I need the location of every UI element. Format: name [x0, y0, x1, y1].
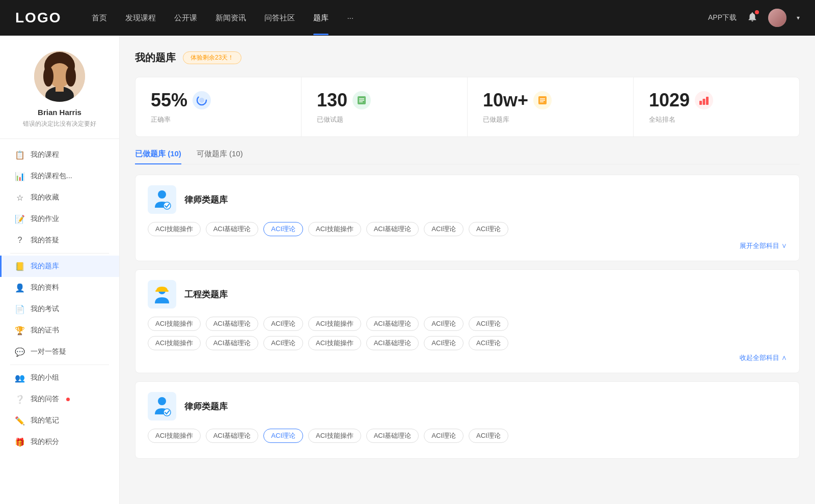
sidebar-item-questions[interactable]: ? 我的答疑 [0, 230, 119, 251]
lawyer1-tag-1[interactable]: ACI基础理论 [206, 222, 259, 236]
svg-point-20 [158, 190, 166, 199]
nav-discover[interactable]: 发现课程 [125, 13, 156, 23]
stat-rank: 1029 全站排名 [634, 77, 799, 136]
nav-home[interactable]: 首页 [92, 13, 107, 23]
sidebar-item-one-on-one-label: 一对一答疑 [31, 347, 66, 356]
sidebar-item-certificate[interactable]: 🏆 我的证书 [0, 320, 119, 341]
main-content: 我的题库 体验剩余23天！ 55% 正确率 13 [120, 36, 815, 504]
sidebar-item-groups[interactable]: 👥 我的小组 [0, 367, 119, 388]
navbar: LOGO 首页 发现课程 公开课 新闻资讯 问答社区 题库 ··· APP下载 … [0, 0, 815, 36]
profile-icon: 👤 [15, 283, 24, 292]
lawyer1-expand-link[interactable]: 展开全部科目 ∨ [148, 241, 787, 250]
quiz-card-lawyer1-title: 律师类题库 [184, 194, 228, 206]
sidebar-separator-1 [10, 253, 109, 254]
lawyer2-tag-3[interactable]: ACI技能操作 [308, 429, 361, 443]
engineer1-tag-r1-4[interactable]: ACI基础理论 [366, 317, 419, 331]
sidebar-item-quiz-bank-label: 我的题库 [31, 262, 59, 271]
lawyer1-tag-0[interactable]: ACI技能操作 [148, 222, 201, 236]
engineer1-tag-r2-3[interactable]: ACI技能操作 [308, 336, 361, 350]
user-avatar[interactable] [768, 9, 786, 27]
nav-qa[interactable]: 问答社区 [264, 13, 295, 23]
sidebar-menu: 📋 我的课程 📊 我的课程包... ☆ 我的收藏 📝 我的作业 ? 我的答疑 � [0, 139, 119, 458]
quiz-card-lawyer2-header: 律师类题库 [148, 392, 787, 421]
sidebar-item-my-qa[interactable]: ❔ 我的问答 [0, 388, 119, 410]
sidebar-item-homework[interactable]: 📝 我的作业 [0, 208, 119, 230]
stat-done-questions-icon [352, 91, 371, 109]
engineer1-tag-r2-2[interactable]: ACI理论 [263, 336, 303, 350]
quiz-card-lawyer2: 律师类题库 ACI技能操作 ACI基础理论 ACI理论 ACI技能操作 ACI基… [135, 381, 800, 459]
sidebar-item-exam[interactable]: 📄 我的考试 [0, 298, 119, 320]
engineer1-tag-r1-1[interactable]: ACI基础理论 [206, 317, 259, 331]
stat-rank-label: 全站排名 [649, 115, 784, 124]
engineer1-tag-r2-4[interactable]: ACI基础理论 [366, 336, 419, 350]
nav-more[interactable]: ··· [347, 13, 354, 23]
sidebar-item-favorites[interactable]: ☆ 我的收藏 [0, 187, 119, 208]
notes-icon: ✏️ [15, 416, 24, 425]
main-layout: Brian Harris 错误的决定比没有决定要好 📋 我的课程 📊 我的课程包… [0, 36, 815, 504]
lawyer1-tag-6[interactable]: ACI理论 [469, 222, 508, 236]
profile-motto: 错误的决定比没有决定要好 [23, 120, 96, 128]
stat-done-questions-value: 130 [317, 90, 347, 111]
user-menu-chevron[interactable]: ▾ [797, 14, 800, 21]
engineer1-tag-r2-1[interactable]: ACI基础理论 [206, 336, 259, 350]
sidebar-item-quiz-bank[interactable]: 📒 我的题库 [0, 256, 119, 277]
quiz-card-lawyer2-tags: ACI技能操作 ACI基础理论 ACI理论 ACI技能操作 ACI基础理论 AC… [148, 429, 787, 443]
sidebar-item-certificate-label: 我的证书 [31, 326, 59, 335]
profile-avatar [34, 51, 85, 102]
lawyer2-tag-1[interactable]: ACI基础理论 [206, 429, 259, 443]
page-header: 我的题库 体验剩余23天！ [135, 51, 800, 65]
quiz-card-engineer1-title: 工程类题库 [184, 289, 228, 300]
quiz-card-lawyer1-tags: ACI技能操作 ACI基础理论 ACI理论 ACI技能操作 ACI基础理论 AC… [148, 222, 787, 236]
stat-done-banks-label: 已做题库 [483, 115, 618, 124]
stat-rank-top: 1029 [649, 90, 784, 111]
stat-done-banks-icon [533, 91, 552, 109]
app-download-link[interactable]: APP下载 [708, 13, 737, 22]
lawyer2-tag-4[interactable]: ACI基础理论 [366, 429, 419, 443]
engineer1-tag-r2-6[interactable]: ACI理论 [469, 336, 508, 350]
sidebar: Brian Harris 错误的决定比没有决定要好 📋 我的课程 📊 我的课程包… [0, 36, 120, 504]
profile-name: Brian Harris [38, 108, 82, 117]
engineer1-tag-r1-6[interactable]: ACI理论 [469, 317, 508, 331]
stat-done-questions-label: 已做试题 [317, 115, 452, 124]
engineer1-tag-r1-5[interactable]: ACI理论 [424, 317, 464, 331]
tab-available-banks[interactable]: 可做题库 (10) [197, 149, 243, 164]
lawyer1-tag-3[interactable]: ACI技能操作 [308, 222, 361, 236]
sidebar-item-course-packages-label: 我的课程包... [31, 172, 72, 181]
nav-news[interactable]: 新闻资讯 [215, 13, 246, 23]
sidebar-item-homework-label: 我的作业 [31, 214, 59, 223]
lawyer1-tag-5[interactable]: ACI理论 [424, 222, 464, 236]
engineer1-tag-r2-0[interactable]: ACI技能操作 [148, 336, 201, 350]
lawyer1-tag-2[interactable]: ACI理论 [263, 222, 303, 236]
engineer1-collapse-link[interactable]: 收起全部科目 ∧ [148, 353, 787, 362]
sidebar-item-points[interactable]: 🎁 我的积分 [0, 431, 119, 453]
sidebar-item-course-packages[interactable]: 📊 我的课程包... [0, 165, 119, 187]
sidebar-item-notes[interactable]: ✏️ 我的笔记 [0, 410, 119, 431]
sidebar-item-profile[interactable]: 👤 我的资料 [0, 277, 119, 298]
lawyer1-tag-4[interactable]: ACI基础理论 [366, 222, 419, 236]
engineer1-tag-r2-5[interactable]: ACI理论 [424, 336, 464, 350]
sidebar-separator-2 [10, 365, 109, 365]
notification-dot [755, 10, 759, 14]
lawyer2-tag-6[interactable]: ACI理论 [469, 429, 508, 443]
sidebar-item-my-qa-label: 我的问答 [31, 395, 59, 404]
sidebar-item-one-on-one[interactable]: 💬 一对一答疑 [0, 341, 119, 362]
lawyer2-tag-0[interactable]: ACI技能操作 [148, 429, 201, 443]
engineer1-tag-r1-2[interactable]: ACI理论 [263, 317, 303, 331]
homework-icon: 📝 [15, 214, 24, 223]
svg-rect-17 [699, 101, 702, 105]
lawyer2-tag-5[interactable]: ACI理论 [424, 429, 464, 443]
notification-bell[interactable] [747, 11, 758, 24]
engineer1-icon [148, 280, 176, 309]
sidebar-item-questions-label: 我的答疑 [31, 236, 59, 245]
lawyer2-tag-2[interactable]: ACI理论 [263, 429, 303, 443]
sidebar-item-courses[interactable]: 📋 我的课程 [0, 144, 119, 165]
engineer1-tag-r1-0[interactable]: ACI技能操作 [148, 317, 201, 331]
nav-open-course[interactable]: 公开课 [174, 13, 197, 23]
stat-accuracy-value: 55% [151, 90, 187, 111]
engineer1-tag-r1-3[interactable]: ACI技能操作 [308, 317, 361, 331]
tab-done-banks[interactable]: 已做题库 (10) [135, 149, 181, 164]
sidebar-item-favorites-label: 我的收藏 [31, 193, 59, 202]
svg-rect-23 [155, 290, 169, 292]
quiz-card-engineer1-tags-row1: ACI技能操作 ACI基础理论 ACI理论 ACI技能操作 ACI基础理论 AC… [148, 317, 787, 331]
nav-quiz[interactable]: 题库 [313, 13, 329, 23]
